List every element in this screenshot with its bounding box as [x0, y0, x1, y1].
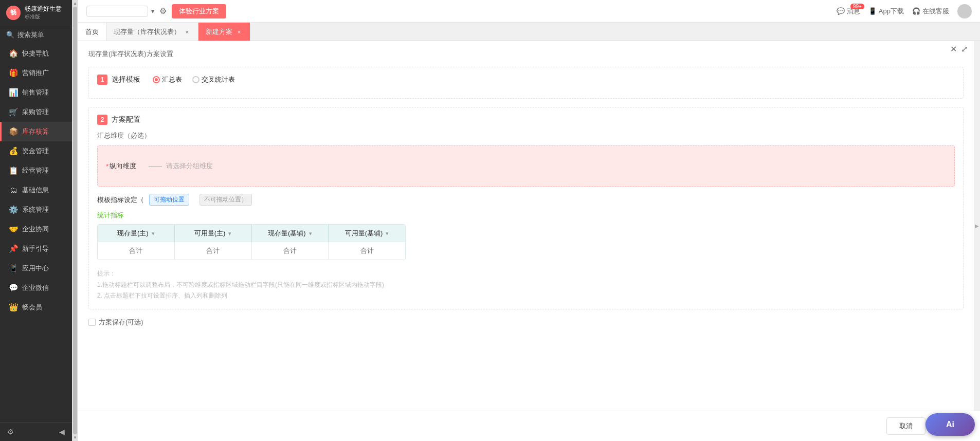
radio-cross[interactable]: 交叉统计表 — [192, 75, 235, 84]
tip-2: 2. 点击标题栏下拉可设置排序、插入列和删除列 — [97, 290, 955, 302]
radio-group: 汇总表 交叉统计表 — [153, 75, 235, 84]
sidebar-item-wechat[interactable]: 💬 企业微信 — [0, 278, 72, 298]
chart-icon: 📊 — [9, 88, 18, 97]
tab-home-label: 首页 — [85, 27, 99, 36]
tab-inventory-close[interactable]: × — [184, 28, 191, 35]
dimension-field-label: 纵向维度 — [110, 161, 136, 171]
stats-col-1[interactable]: 可用量(主) ▾ — [175, 225, 252, 242]
tab-home[interactable]: 首页 — [78, 23, 106, 41]
save-checkbox[interactable] — [88, 319, 96, 326]
stats-table-header: 现存量(主) ▾ 可用量(主) ▾ 现存量(基辅) ▾ 可用量(基辅) — [98, 225, 405, 242]
sidebar-item-shortcut[interactable]: 🏠 快捷导航 — [0, 44, 72, 63]
col3-label: 可用量(基辅) — [345, 229, 383, 238]
sidebar: 畅 畅康通好生意 标准版 🔍 搜索菜单 🏠 快捷导航 🎁 营销推广 📊 销售管理… — [0, 0, 72, 441]
radio-summary[interactable]: 汇总表 — [153, 75, 182, 84]
sidebar-label: 系统管理 — [22, 205, 49, 214]
app-download-button[interactable]: 📱 App下载 — [868, 7, 904, 16]
section1-header: 1 选择模板 汇总表 交叉统计表 — [97, 75, 955, 85]
right-collapse-handle[interactable]: ▶ — [974, 41, 980, 411]
sidebar-item-purchase[interactable]: 🛒 采购管理 — [0, 102, 72, 122]
topbar-gear-icon[interactable]: ⚙ — [159, 6, 167, 16]
close-window-icon[interactable]: ✕ — [950, 44, 957, 54]
radio-summary-dot — [155, 78, 158, 81]
dimension-box: * 纵向维度 —— 请选择分组维度 — [97, 145, 955, 187]
ai-float-button[interactable]: Ai — [925, 413, 975, 436]
col1-chevron: ▾ — [228, 230, 231, 237]
sidebar-item-operation[interactable]: 📋 经营管理 — [0, 161, 72, 180]
scroll-down-btn[interactable]: ▼ — [73, 435, 77, 440]
tabs-bar: 首页 现存量（库存状况表） × 新建方案 × — [78, 23, 980, 41]
section1-number: 1 — [97, 75, 107, 85]
tab-new-plan-close[interactable]: × — [235, 28, 243, 35]
sidebar-item-inventory[interactable]: 📦 库存核算 — [0, 122, 72, 141]
cancel-button[interactable]: 取消 — [886, 417, 925, 435]
sidebar-label: 库存核算 — [22, 127, 49, 136]
dimension-placeholder[interactable]: 请选择分组维度 — [166, 161, 213, 171]
stats-table: 现存量(主) ▾ 可用量(主) ▾ 现存量(基辅) ▾ 可用量(基辅) — [97, 224, 406, 260]
tips-block: 提示： 1.拖动标题栏可以调整布局，不可跨维度或指标区域拖动栏目字段(只能在同一… — [97, 268, 955, 302]
trial-button[interactable]: 体验行业方案 — [172, 4, 226, 19]
settings-icon[interactable]: ⚙ — [7, 428, 14, 436]
tab-new-plan[interactable]: 新建方案 × — [198, 23, 250, 41]
sidebar-item-basic[interactable]: 🗂 基础信息 — [0, 180, 72, 200]
sidebar-item-newbie[interactable]: 📌 新手引导 — [0, 239, 72, 259]
sidebar-item-finance[interactable]: 💰 资金管理 — [0, 141, 72, 161]
cart-icon: 🛒 — [9, 107, 18, 117]
expand-window-icon[interactable]: ⤢ — [961, 44, 968, 54]
radio-cross-label: 交叉统计表 — [202, 75, 235, 84]
col2-label: 现存量(基辅) — [268, 229, 306, 238]
topbar-dropdown-btn[interactable]: ▾ — [151, 8, 154, 15]
stats-col-2[interactable]: 现存量(基辅) ▾ — [252, 225, 329, 242]
stats-table-body: 合计 合计 合计 合计 — [98, 242, 405, 260]
app-icon: 📱 — [868, 7, 877, 15]
tab-new-plan-label: 新建方案 — [206, 27, 232, 36]
stats-col-0[interactable]: 现存量(主) ▾ — [98, 225, 175, 242]
indicator-label: 模板指标设定（ — [97, 195, 144, 205]
topbar-right: 💬 消息 99+ 📱 App下载 🎧 在线客服 — [837, 4, 972, 19]
radio-summary-circle — [153, 76, 160, 83]
sidebar-label: 应用中心 — [22, 264, 49, 273]
sidebar-scrollbar[interactable]: ▲ ▼ — [72, 0, 78, 441]
footer-bar: 取消 查询 — [78, 411, 980, 441]
app-label: App下载 — [879, 7, 904, 16]
stats-section-title: 统计指标 — [97, 211, 955, 220]
stats-col-3[interactable]: 可用量(基辅) ▾ — [329, 225, 405, 242]
agg-dimension-label: 汇总维度（必选） — [97, 131, 955, 140]
message-badge: 99+ — [850, 4, 864, 9]
user-avatar[interactable] — [957, 4, 972, 19]
radio-cross-circle — [192, 76, 199, 83]
stats-cell-2: 合计 — [252, 242, 329, 260]
app-edition: 标准版 — [25, 13, 62, 21]
online-service-button[interactable]: 🎧 在线客服 — [912, 7, 949, 16]
logo-icon: 畅 — [6, 6, 21, 20]
sidebar-item-apps[interactable]: 📱 应用中心 — [0, 259, 72, 278]
col1-label: 可用量(主) — [194, 229, 226, 238]
sidebar-item-marketing[interactable]: 🎁 营销推广 — [0, 63, 72, 83]
tip-1: 1.拖动标题栏可以调整布局，不可跨维度或指标区域拖动栏目字段(只能在同一维度或指… — [97, 280, 955, 291]
message-button[interactable]: 💬 消息 99+ — [837, 7, 860, 16]
tab-inventory-status[interactable]: 现存量（库存状况表） × — [106, 23, 198, 41]
sidebar-item-member[interactable]: 👑 畅会员 — [0, 298, 72, 317]
stats-cell-1: 合计 — [175, 242, 252, 260]
topbar-input-group: ▾ — [86, 6, 154, 17]
scroll-up-btn[interactable]: ▲ — [73, 1, 77, 6]
sidebar-item-enterprise[interactable]: 🤝 企业协同 — [0, 219, 72, 239]
tab-inventory-label: 现存量（库存状况表） — [114, 27, 180, 36]
sidebar-label: 快捷导航 — [22, 49, 49, 58]
section-config: 2 方案配置 汇总维度（必选） * 纵向维度 —— 请选择分组维度 模板指标设定… — [88, 107, 964, 309]
indicator-setting: 模板指标设定（ 可拖动位置 不可拖动位置） — [97, 194, 955, 206]
clipboard-icon: 📋 — [9, 166, 18, 175]
tips-title: 提示： — [97, 270, 116, 277]
section2-header: 2 方案配置 — [97, 115, 955, 125]
topbar-search-input[interactable] — [86, 6, 148, 17]
sidebar-item-sales[interactable]: 📊 销售管理 — [0, 83, 72, 102]
sidebar-item-system[interactable]: ⚙️ 系统管理 — [0, 200, 72, 219]
radio-summary-label: 汇总表 — [162, 75, 182, 84]
search-label: 搜索菜单 — [17, 30, 44, 40]
collapse-icon[interactable]: ◀ — [59, 428, 65, 436]
sidebar-label: 新手引导 — [22, 244, 49, 253]
content-main: 现存量(库存状况表)方案设置 1 选择模板 汇总表 — [78, 41, 974, 411]
sidebar-search[interactable]: 🔍 搜索菜单 — [0, 26, 72, 44]
money-icon: 💰 — [9, 146, 18, 156]
sidebar-label: 基础信息 — [22, 186, 49, 195]
